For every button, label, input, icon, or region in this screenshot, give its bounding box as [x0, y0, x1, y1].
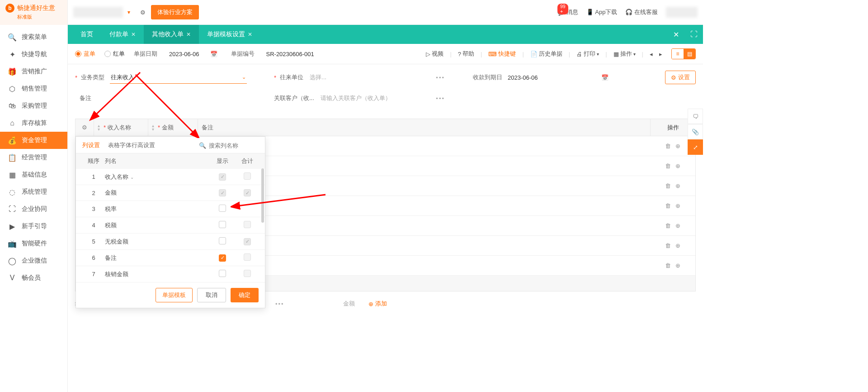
confirm-button[interactable]: 确定: [231, 288, 259, 302]
checkbox[interactable]: [219, 254, 226, 262]
popover-tab-columns[interactable]: 列设置: [82, 141, 100, 149]
hotkey-link[interactable]: ⌨快捷键: [488, 50, 516, 58]
row-delete-icon[interactable]: 🗑: [665, 182, 671, 189]
sidebar-item-2[interactable]: 🎁营销推广: [0, 63, 67, 80]
card-view-icon[interactable]: ▤: [684, 49, 695, 59]
rail-expand-icon[interactable]: ⤢: [688, 139, 703, 155]
row-delete-icon[interactable]: 🗑: [665, 202, 671, 209]
trial-industry-button[interactable]: 体验行业方案: [151, 5, 199, 19]
checkbox[interactable]: [244, 238, 251, 245]
remark-field[interactable]: 备注: [75, 92, 247, 104]
radio-blue-receipt[interactable]: 蓝单: [75, 50, 95, 58]
checkbox[interactable]: [219, 173, 226, 181]
sidebar-item-14[interactable]: V畅会员: [0, 269, 67, 287]
business-type-field[interactable]: *业务类型 往来收入⌄: [75, 71, 247, 84]
tabs-fullscreen-icon[interactable]: ⛶: [685, 25, 703, 44]
topbar-gear-icon[interactable]: ⚙: [140, 9, 146, 16]
user-avatar-blurred[interactable]: [666, 7, 698, 18]
online-service-link[interactable]: 🎧 在线客服: [625, 8, 658, 16]
sidebar-item-7[interactable]: 📋经营管理: [0, 149, 67, 166]
checkbox[interactable]: [244, 253, 251, 261]
col-income-name[interactable]: ▴▾*收入名称: [94, 119, 148, 136]
tab-close-icon[interactable]: ✕: [186, 31, 191, 38]
row-copy-icon[interactable]: ⊕: [675, 242, 680, 249]
row-copy-icon[interactable]: ⊕: [675, 163, 680, 169]
sidebar-item-13[interactable]: ◯企业微信: [0, 252, 67, 269]
doc-date-value[interactable]: 2023-06-06: [169, 51, 199, 57]
tab-0[interactable]: 首页: [72, 25, 101, 44]
tab-close-icon[interactable]: ✕: [131, 31, 136, 38]
messages-link[interactable]: 💬 消息 99 +: [557, 8, 578, 16]
row-copy-icon[interactable]: ⊕: [675, 222, 680, 229]
sidebar-item-1[interactable]: ✦快捷导航: [0, 46, 67, 63]
tab-3[interactable]: 单据模板设置✕: [199, 25, 260, 44]
sidebar-item-0[interactable]: 🔍搜索菜单: [0, 29, 67, 46]
checkbox[interactable]: [244, 221, 251, 228]
sidebar-item-8[interactable]: ▦基础信息: [0, 166, 67, 183]
tenant-caret-icon[interactable]: ▾: [127, 9, 130, 15]
checkbox[interactable]: [244, 270, 251, 277]
app-download-link[interactable]: 📱 App下载: [586, 8, 617, 16]
sidebar-item-6[interactable]: 💰资金管理: [0, 132, 67, 149]
ops-link[interactable]: ▦操作 ▾: [613, 50, 636, 58]
radio-red-receipt[interactable]: 红单: [104, 50, 125, 58]
related-customer-field[interactable]: 关联客户（收... 请输入关联客户（收入单）•••: [274, 92, 446, 104]
row-delete-icon[interactable]: 🗑: [665, 222, 671, 229]
form-settings-button[interactable]: ⚙设置: [665, 71, 696, 84]
template-button[interactable]: 单据模板: [156, 288, 193, 302]
checkbox[interactable]: [219, 237, 226, 244]
calendar-icon[interactable]: 📅: [210, 51, 217, 57]
help-link[interactable]: ?帮助: [458, 50, 474, 58]
tab-1[interactable]: 付款单✕: [101, 25, 144, 44]
sidebar-item-9[interactable]: ◌系统管理: [0, 183, 67, 201]
sidebar-item-5[interactable]: ⌂库存核算: [0, 115, 67, 132]
cancel-button[interactable]: 取消: [197, 288, 226, 302]
video-link[interactable]: ▷视频: [426, 50, 443, 58]
checkbox[interactable]: [244, 172, 251, 180]
rail-attach-icon[interactable]: 📎: [688, 124, 703, 139]
popover-search-input[interactable]: [209, 142, 259, 149]
row-copy-icon[interactable]: ⊕: [675, 182, 680, 189]
grid-column-settings-icon[interactable]: ⚙: [75, 124, 94, 131]
party-field[interactable]: *往来单位 选择...•••: [274, 71, 446, 84]
sidebar-item-3[interactable]: ⬡销售管理: [0, 80, 67, 97]
due-date-field[interactable]: 收款到期日 2023-06-06 📅: [473, 71, 609, 84]
row-copy-icon[interactable]: ⊕: [675, 262, 680, 269]
sidebar-item-11[interactable]: ▶新手引导: [0, 218, 67, 235]
checkbox[interactable]: [219, 221, 226, 228]
tab-close-icon[interactable]: ✕: [248, 31, 252, 38]
row-delete-icon[interactable]: 🗑: [665, 163, 671, 169]
sidebar-item-4[interactable]: 🛍采购管理: [0, 97, 67, 115]
view-toggle[interactable]: ≡▤: [671, 48, 696, 59]
col-amount[interactable]: ▴▾*金额: [148, 119, 198, 136]
next-doc-icon[interactable]: ▸: [659, 51, 662, 57]
popover-tab-rowheight[interactable]: 表格字体行高设置: [108, 141, 155, 149]
row-delete-icon[interactable]: 🗑: [665, 242, 671, 249]
more-icon[interactable]: •••: [436, 74, 445, 81]
prev-doc-icon[interactable]: ◂: [650, 51, 653, 57]
rail-note-icon[interactable]: 🗨: [688, 109, 703, 124]
checkbox[interactable]: [219, 189, 226, 196]
checkbox[interactable]: [244, 189, 251, 196]
checkbox[interactable]: [219, 270, 226, 277]
more-icon[interactable]: •••: [436, 95, 445, 102]
row-delete-icon[interactable]: 🗑: [665, 262, 671, 269]
print-link[interactable]: 🖨打印 ▾: [576, 50, 599, 58]
add-settlement-link[interactable]: ⊕添加: [368, 300, 387, 308]
checkbox[interactable]: [219, 205, 226, 212]
col-remark[interactable]: 备注: [198, 119, 650, 136]
more-icon[interactable]: •••: [275, 301, 284, 307]
row-delete-icon[interactable]: 🗑: [665, 143, 671, 149]
popover-scrollbar[interactable]: [261, 168, 264, 223]
row-copy-icon[interactable]: ⊕: [675, 202, 680, 209]
list-view-icon[interactable]: ≡: [672, 49, 684, 59]
tabs-close-all-icon[interactable]: ✕: [667, 25, 685, 44]
calendar-icon[interactable]: 📅: [601, 74, 609, 81]
row-copy-icon[interactable]: ⊕: [675, 143, 680, 149]
chevron-down-icon[interactable]: ⌄: [130, 175, 134, 180]
sidebar-item-12[interactable]: 📺智能硬件: [0, 235, 67, 252]
history-link[interactable]: 📄历史单据: [530, 50, 562, 58]
tab-2[interactable]: 其他收入单✕: [144, 25, 199, 44]
popover-search[interactable]: 🔍: [199, 142, 259, 149]
sidebar-item-10[interactable]: ⛶企业协同: [0, 201, 67, 218]
